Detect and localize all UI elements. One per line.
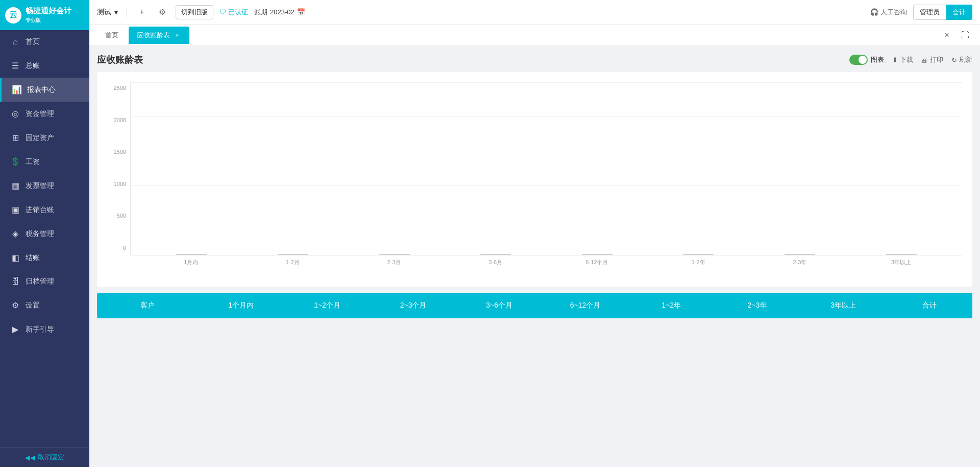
x-label-6-12m: 6-12个月 (546, 255, 648, 266)
sidebar-item-label: 税务管理 (26, 229, 54, 239)
grid-line-3 (131, 151, 962, 151)
bar-3-6m (480, 254, 511, 255)
expand-button[interactable]: ⛶ (958, 28, 972, 42)
toggle-switch[interactable] (849, 55, 868, 65)
bar-group-1-2m (242, 254, 344, 255)
tab-receivable-aging[interactable]: 应收账龄表 × (129, 27, 189, 44)
accountant-button[interactable]: 会计 (946, 5, 972, 20)
funds-icon: ◎ (10, 109, 20, 119)
refresh-button[interactable]: ↻ 刷新 (951, 55, 972, 64)
download-icon: ⬇ (892, 56, 898, 64)
unpin-button[interactable]: ◀◀ 取消固定 (0, 447, 89, 467)
tabbar: 首页 应收账龄表 × × ⛶ (89, 25, 980, 46)
plus-icon: + (139, 8, 144, 17)
chart-toggle-label: 图表 (871, 55, 884, 64)
gear-icon: ⚙ (159, 7, 166, 17)
sidebar-item-label: 进销台账 (26, 205, 54, 215)
close-window-button[interactable]: × (940, 28, 954, 42)
sidebar-item-label: 归档管理 (26, 277, 54, 286)
sidebar-item-guide[interactable]: ▶ 新手引导 (0, 317, 89, 341)
certified-badge: 🛡 已认证 (219, 8, 248, 17)
switch-version-button[interactable]: 切到旧版 (176, 5, 213, 19)
archive-icon: 🗄 (10, 277, 20, 286)
calendar-icon: 📅 (297, 8, 305, 16)
x-label-1-2m: 1-2月 (242, 255, 344, 266)
sidebar-item-tax[interactable]: ◈ 税务管理 (0, 222, 89, 246)
y-label-2500: 2500 (107, 85, 130, 91)
y-label-0: 0 (107, 245, 130, 251)
bar-group-3y-plus (850, 254, 952, 255)
sidebar-item-reports[interactable]: 📊 报表中心 (0, 78, 89, 102)
app-name: 畅捷通好会计 (26, 6, 71, 15)
y-label-1500: 1500 (107, 149, 130, 155)
tab-close-icon[interactable]: × (173, 31, 181, 39)
bar-group-3-6m (445, 254, 547, 255)
logo-icon: 云 (5, 7, 21, 24)
bar-2-3y (785, 254, 815, 255)
sidebar: 云 畅捷通好会计 专业版 ⌂ 首页 ☰ 总账 📊 报表中心 ◎ 资金管理 ⊞ 固… (0, 0, 89, 467)
chart-container: 0 500 1000 1500 2000 2500 (97, 72, 972, 287)
print-label: 打印 (930, 55, 943, 64)
settings-icon: ⚙ (10, 300, 20, 310)
sidebar-item-funds[interactable]: ◎ 资金管理 (0, 102, 89, 126)
sidebar-item-salary[interactable]: 💲 工资 (0, 150, 89, 174)
x-axis-labels: 1月内 1-2月 2-3月 3-6月 6-12个月 1-2年 2-3年 3年以上 (130, 255, 962, 266)
th-3-6m: 3~6个月 (456, 293, 543, 318)
bar-1m (176, 254, 207, 255)
chart-body: 1月内 1-2月 2-3月 3-6月 6-12个月 1-2年 2-3年 3年以上 (130, 82, 962, 266)
x-label-1m: 1月内 (140, 255, 242, 266)
expand-icon: ⛶ (961, 31, 969, 40)
closing-icon: ◧ (10, 253, 20, 263)
print-button[interactable]: 🖨 打印 (921, 55, 943, 64)
sidebar-item-label: 结账 (26, 253, 40, 263)
tab-label: 应收账龄表 (137, 31, 170, 40)
sidebar-item-label: 资金管理 (26, 109, 54, 119)
tax-icon: ◈ (10, 229, 20, 239)
chevron-down-icon: ▾ (114, 8, 118, 16)
project-selector[interactable]: 测试 ▾ (97, 8, 118, 17)
headset-icon: 🎧 (870, 8, 878, 16)
chart-toggle[interactable]: 图表 (849, 55, 884, 65)
y-label-2000: 2000 (107, 117, 130, 123)
bar-group-2-3m (344, 254, 445, 255)
period-display: 账期 2023-02 📅 (254, 8, 305, 17)
bar-3y-plus (886, 254, 917, 255)
consult-button[interactable]: 🎧 人工咨询 (870, 8, 907, 17)
project-name: 测试 (97, 8, 111, 17)
sidebar-item-label: 发票管理 (26, 181, 54, 191)
table-header: 客户 1个月内 1~2个月 2~3个月 3~6个月 6~12个月 1~2年 2~… (97, 293, 972, 318)
pin-icon: ◀◀ (25, 454, 35, 461)
sidebar-item-ledger[interactable]: ☰ 总账 (0, 54, 89, 78)
y-axis: 0 500 1000 1500 2000 2500 (107, 82, 130, 266)
tab-home[interactable]: 首页 (97, 27, 127, 44)
refresh-label: 刷新 (959, 55, 972, 64)
sidebar-item-archive[interactable]: 🗄 归档管理 (0, 270, 89, 293)
consult-label: 人工咨询 (880, 8, 907, 17)
sidebar-item-invoice[interactable]: ▦ 发票管理 (0, 174, 89, 198)
sidebar-item-label: 首页 (26, 37, 40, 46)
grid-line-2 (131, 185, 962, 186)
add-button[interactable]: + (135, 5, 149, 19)
sidebar-item-home[interactable]: ⌂ 首页 (0, 30, 89, 54)
x-label-1-2y: 1-2年 (648, 255, 749, 266)
app-edition: 专业版 (26, 17, 71, 24)
bar-1-2m (278, 254, 308, 255)
topbar-right: 🎧 人工咨询 管理员 会计 (870, 5, 972, 20)
guide-icon: ▶ (10, 324, 20, 334)
topbar: 测试 ▾ + ⚙ 切到旧版 🛡 已认证 账期 2023-02 📅 🎧 人工咨询 … (89, 0, 980, 25)
bar-6-12m (582, 254, 612, 255)
unpin-label: 取消固定 (38, 453, 64, 462)
sidebar-item-purchase[interactable]: ▣ 进销台账 (0, 198, 89, 222)
sidebar-item-settings[interactable]: ⚙ 设置 (0, 293, 89, 317)
user-buttons: 管理员 会计 (913, 5, 972, 20)
reports-icon: 📊 (12, 85, 22, 95)
bar-2-3m (379, 254, 410, 255)
download-button[interactable]: ⬇ 下载 (892, 55, 913, 64)
period-value: 2023-02 (270, 8, 295, 16)
manager-button[interactable]: 管理员 (913, 5, 946, 20)
sidebar-item-closing[interactable]: ◧ 结账 (0, 246, 89, 270)
sidebar-item-assets[interactable]: ⊞ 固定资产 (0, 126, 89, 150)
divider (126, 7, 127, 17)
settings-button[interactable]: ⚙ (155, 5, 169, 19)
x-label-2-3m: 2-3月 (344, 255, 445, 266)
